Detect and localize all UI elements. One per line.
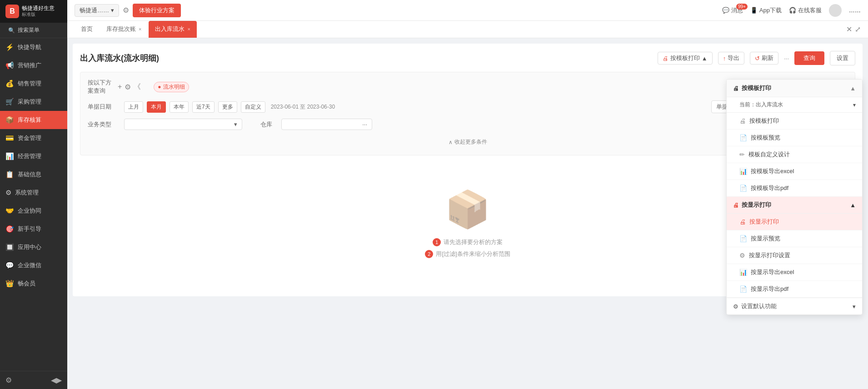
query-btn[interactable]: 查询 [794, 51, 824, 65]
sidebar-search[interactable]: 🔍 搜索菜单 [0, 23, 67, 38]
nav-icon-basic: 📋 [5, 170, 14, 179]
sidebar-item-purchase[interactable]: 🛒采购管理 [0, 93, 67, 111]
online-service-btn[interactable]: 🎧 在线客服 [789, 6, 822, 15]
dropdown-close-icon[interactable]: ▲ [850, 85, 856, 92]
dropdown-item-display-export-excel[interactable]: 📊按显示导出excel [727, 264, 862, 281]
date-btn-last_month[interactable]: 上月 [124, 101, 143, 113]
setup-btn[interactable]: 设置 [830, 51, 855, 65]
refresh-icon: ↺ [755, 55, 760, 62]
item-icon-display-export-pdf: 📄 [739, 285, 747, 293]
sidebar-item-finance[interactable]: 💳资金管理 [0, 129, 67, 147]
filter-add-icon[interactable]: + [118, 83, 122, 91]
sidebar-item-basic[interactable]: 📋基础信息 [0, 165, 67, 184]
page-actions-row: 🖨 按模板打印 ▲ ↑ 导出 ↺ 刷新 ··· 查询 设置 [658, 51, 855, 65]
main-area: 畅捷通…… ▾ ⚙ 体验行业方案 💬 消息 99+ 📱 App下载 🎧 在线客服… [67, 0, 868, 389]
filter-config-icon[interactable]: ⚙ [125, 83, 131, 91]
dropdown-item-display-print[interactable]: 🖨按显示打印 [727, 214, 862, 230]
dropdown-footer[interactable]: ⚙ 设置默认功能 ▾ [727, 298, 862, 314]
user-name: …… [849, 7, 861, 14]
export-btn[interactable]: ↑ 导出 [718, 52, 745, 65]
search-label: 搜索菜单 [18, 26, 40, 34]
warehouse-selector[interactable]: ··· [281, 119, 372, 130]
message-btn[interactable]: 💬 消息 99+ [722, 6, 743, 15]
dropdown-template-items: 🖨按模板打印📄按模板预览✏模板自定义设计📊按模板导出excel📄按模板导出pdf [727, 113, 862, 197]
date-range-display: 2023-06-01 至 2023-06-30 [271, 103, 335, 111]
search-icon: 🔍 [8, 27, 15, 34]
item-label-display-export-pdf: 按显示导出pdf [751, 285, 788, 293]
app-download-btn[interactable]: 📱 App下载 [750, 6, 782, 15]
more-icon[interactable]: ··· [784, 55, 789, 62]
dropdown-item-template-print[interactable]: 🖨按模板打印 [727, 113, 862, 130]
sidebar-item-operations[interactable]: 📊经营管理 [0, 147, 67, 165]
sidebar-item-system[interactable]: ⚙系统管理 [0, 184, 67, 202]
date-btn-last_7[interactable]: 近7天 [192, 101, 215, 113]
collapse-up-icon: ∧ [449, 139, 453, 145]
date-btn-more[interactable]: 更多 [218, 101, 237, 113]
sidebar-item-apps[interactable]: 🔲应用中心 [0, 238, 67, 256]
tab-close-flow[interactable]: × [187, 26, 190, 32]
dropdown-item-template-custom[interactable]: ✏模板自定义设计 [727, 146, 862, 163]
sidebar-item-quick-nav[interactable]: ⚡快捷导航 [0, 38, 67, 56]
filter-collapse-icon[interactable]: 《 [134, 82, 141, 92]
tab-home[interactable]: 首页 [75, 21, 99, 38]
date-btn-current_month[interactable]: 本月 [147, 101, 166, 113]
nav-label-quick-nav: 快捷导航 [18, 43, 41, 51]
date-btn-current_year[interactable]: 本年 [170, 101, 189, 113]
settings-icon[interactable]: ⚙ [5, 376, 12, 384]
empty-step-1: 1 请先选择要分析的方案 [433, 238, 503, 246]
item-icon-display-preview: 📄 [739, 235, 747, 242]
dropdown-item-template-preview[interactable]: 📄按模板预览 [727, 130, 862, 146]
print-btn[interactable]: 🖨 按模板打印 ▲ [658, 52, 713, 65]
print-icon: 🖨 [663, 55, 668, 62]
tab-batch[interactable]: 库存批次账× [100, 21, 148, 38]
filter-tag-label: 流水明细 [163, 83, 185, 91]
refresh-btn[interactable]: ↺ 刷新 [750, 52, 778, 65]
nav-label-inventory: 库存核算 [18, 116, 41, 124]
settings-gear-icon[interactable]: ⚙ [123, 6, 129, 15]
dropdown-header: 🖨 按模板打印 ▲ [727, 80, 862, 97]
biz-type-selector[interactable]: ▾ [124, 119, 242, 130]
tab-flow[interactable]: 出入库流水× [149, 21, 196, 38]
dropdown-item-template-export-pdf[interactable]: 📄按模板导出pdf [727, 180, 862, 197]
nav-icon-finance: 💳 [5, 134, 14, 142]
company-selector[interactable]: 畅捷通…… ▾ [75, 4, 119, 17]
topbar-left: 畅捷通…… ▾ ⚙ 体验行业方案 [75, 4, 181, 17]
dropdown-panel: 🖨 按模板打印 ▲ 当前：出入库流水 ▾ 🖨按模板打印📄按模板预览✏模板自定义设… [726, 79, 863, 315]
maximize-icon[interactable]: ⤢ [855, 25, 861, 34]
item-icon-display-print: 🖨 [739, 218, 746, 225]
sidebar-item-inventory[interactable]: 📦库存核算 [0, 111, 67, 129]
user-avatar[interactable] [829, 4, 842, 17]
dropdown-item-display-preview[interactable]: 📄按显示预览 [727, 230, 862, 247]
dropdown-item-display-print-settings[interactable]: ⚙按显示打印设置 [727, 247, 862, 264]
sidebar-item-cooperation[interactable]: 🤝企业协同 [0, 202, 67, 220]
tab-close-batch[interactable]: × [139, 26, 141, 32]
topbar-right: 💬 消息 99+ 📱 App下载 🎧 在线客服 …… [722, 4, 861, 17]
sidebar-item-member[interactable]: 👑畅会员 [0, 274, 67, 293]
date-btn-custom[interactable]: 自定义 [241, 101, 265, 113]
item-icon-template-print: 🖨 [739, 117, 746, 125]
company-name: 畅捷通…… [80, 6, 109, 15]
filter-tag[interactable]: ● 流水明细 [154, 82, 189, 92]
print-label: 按模板打印 [670, 54, 700, 62]
dropdown-item-display-export-pdf[interactable]: 📄按显示导出pdf [727, 281, 862, 298]
dropdown-display-items: 🖨按显示打印📄按显示预览⚙按显示打印设置📊按显示导出excel📄按显示导出pdf [727, 214, 862, 298]
item-label-template-export-pdf: 按模板导出pdf [751, 184, 788, 192]
dropdown-item-template-export-excel[interactable]: 📊按模板导出excel [727, 163, 862, 180]
item-label-display-print-settings: 按显示打印设置 [749, 251, 790, 259]
item-label-template-print: 按模板打印 [749, 117, 779, 125]
sidebar-item-guide[interactable]: 🎯新手引导 [0, 220, 67, 238]
sidebar-item-sales[interactable]: 💰销售管理 [0, 75, 67, 93]
biz-chevron-icon: ▾ [234, 121, 237, 128]
current-label: 当前：出入库流水 [739, 101, 783, 109]
date-label: 单据日期 [88, 103, 115, 111]
sidebar-item-wechat[interactable]: 💬企业微信 [0, 256, 67, 274]
sidebar-item-marketing[interactable]: 📢营销推广 [0, 56, 67, 75]
display-section-header[interactable]: 🖨 按显示打印 ▲ [727, 197, 862, 214]
nav-label-apps: 应用中心 [18, 243, 41, 251]
dropdown-current: 当前：出入库流水 ▾ [727, 97, 862, 113]
item-label-display-export-excel: 按显示导出excel [751, 268, 794, 276]
industry-btn[interactable]: 体验行业方案 [133, 4, 181, 17]
close-window-icon[interactable]: ✕ [846, 25, 852, 34]
collapse-icon[interactable]: ◀▶ [51, 376, 62, 384]
collapse-btn[interactable]: ∧ 收起更多条件 [446, 135, 490, 149]
